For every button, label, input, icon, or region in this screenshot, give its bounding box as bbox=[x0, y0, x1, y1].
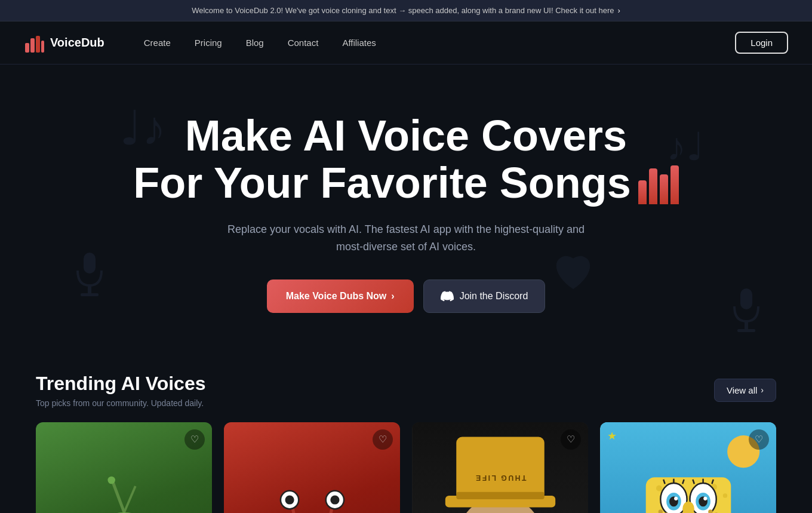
svg-point-42 bbox=[285, 496, 294, 505]
trending-section: Trending AI Voices Top picks from our co… bbox=[0, 349, 812, 513]
favorite-button-spongebob[interactable]: ♡ bbox=[749, 429, 769, 450]
trending-title: Trending AI Voices bbox=[36, 373, 206, 395]
discord-icon bbox=[441, 290, 454, 303]
svg-rect-0 bbox=[25, 43, 29, 53]
svg-point-86 bbox=[722, 493, 727, 497]
nav-contact[interactable]: Contact bbox=[278, 33, 328, 53]
cta-chevron-icon: › bbox=[391, 291, 394, 302]
cta-discord-label: Join the Discord bbox=[460, 291, 528, 302]
hero-title-line2: For Your Favorite Songs bbox=[12, 159, 800, 207]
svg-rect-57 bbox=[456, 492, 544, 499]
login-button[interactable]: Login bbox=[735, 32, 788, 54]
hero-subtitle: Replace your vocals with AI. The fastest… bbox=[227, 221, 585, 256]
view-all-chevron-icon: › bbox=[761, 385, 764, 395]
nav-create[interactable]: Create bbox=[134, 33, 180, 53]
svg-point-43 bbox=[330, 496, 339, 505]
announcement-arrow: › bbox=[617, 6, 620, 15]
voice-cards-grid: ♡ bbox=[36, 422, 776, 513]
svg-rect-2 bbox=[36, 36, 40, 53]
nav-blog[interactable]: Blog bbox=[236, 33, 273, 53]
favorite-button-mrcrabs[interactable]: ♡ bbox=[373, 429, 393, 450]
voice-card-mrcrabs[interactable]: ♡ bbox=[224, 422, 400, 513]
announcement-text: Welcome to VoiceDub 2.0! We've got voice… bbox=[192, 6, 614, 15]
make-voice-dubs-button[interactable]: Make Voice Dubs Now › bbox=[267, 279, 414, 313]
star-decoration: ★ bbox=[607, 429, 617, 443]
voice-card-plankton[interactable]: ♡ bbox=[36, 422, 212, 513]
svg-point-93 bbox=[674, 497, 678, 500]
svg-point-83 bbox=[656, 486, 662, 492]
trending-subtitle: Top picks from our community. Updated da… bbox=[36, 398, 206, 408]
hero-title: Make AI Voice Covers For Your Favorite S… bbox=[12, 112, 800, 207]
hero-title-line1: Make AI Voice Covers bbox=[12, 112, 800, 159]
join-discord-button[interactable]: Join the Discord bbox=[423, 279, 546, 313]
voice-card-person[interactable]: THUG LIFE ♡ bbox=[412, 422, 588, 513]
trending-title-group: Trending AI Voices Top picks from our co… bbox=[36, 373, 206, 408]
svg-rect-8 bbox=[745, 321, 748, 330]
nav-affiliates[interactable]: Affiliates bbox=[333, 33, 385, 53]
hero-section: ♩♪ ♪♩ Make AI Voice Covers For Your Favo… bbox=[0, 64, 812, 349]
favorite-button-person[interactable]: ♡ bbox=[561, 429, 581, 450]
svg-line-16 bbox=[113, 483, 124, 512]
svg-line-18 bbox=[124, 486, 136, 512]
svg-point-94 bbox=[703, 497, 707, 500]
svg-rect-4 bbox=[84, 253, 96, 274]
svg-point-17 bbox=[107, 477, 115, 484]
logo[interactable]: VoiceDub bbox=[24, 32, 104, 54]
announcement-bar[interactable]: Welcome to VoiceDub 2.0! We've got voice… bbox=[0, 0, 812, 21]
hero-buttons: Make Voice Dubs Now › Join the Discord bbox=[12, 279, 800, 313]
navbar: VoiceDub Create Pricing Blog Contact Aff… bbox=[0, 21, 812, 64]
logo-text: VoiceDub bbox=[50, 36, 104, 50]
svg-rect-55 bbox=[456, 437, 544, 499]
trending-header: Trending AI Voices Top picks from our co… bbox=[36, 373, 776, 408]
hero-title-line2-text: For Your Favorite Songs bbox=[133, 159, 630, 207]
svg-rect-9 bbox=[737, 329, 755, 332]
view-all-label: View all bbox=[727, 385, 757, 395]
nav-actions: Login bbox=[735, 32, 788, 54]
favorite-button-plankton[interactable]: ♡ bbox=[184, 429, 205, 450]
svg-rect-3 bbox=[41, 41, 44, 53]
logo-icon bbox=[24, 32, 45, 54]
view-all-button[interactable]: View all › bbox=[714, 379, 776, 402]
nav-links: Create Pricing Blog Contact Affiliates bbox=[134, 33, 736, 53]
nav-pricing[interactable]: Pricing bbox=[185, 33, 232, 53]
svg-text:THUG LIFE: THUG LIFE bbox=[474, 473, 526, 481]
cta-primary-label: Make Voice Dubs Now bbox=[286, 291, 387, 302]
svg-rect-1 bbox=[30, 38, 35, 53]
plankton-illustration bbox=[49, 457, 199, 513]
voice-card-spongebob[interactable]: ★ ♡ bbox=[600, 422, 776, 513]
bars-icon bbox=[638, 162, 679, 204]
mrcrabs-illustration bbox=[228, 446, 395, 513]
